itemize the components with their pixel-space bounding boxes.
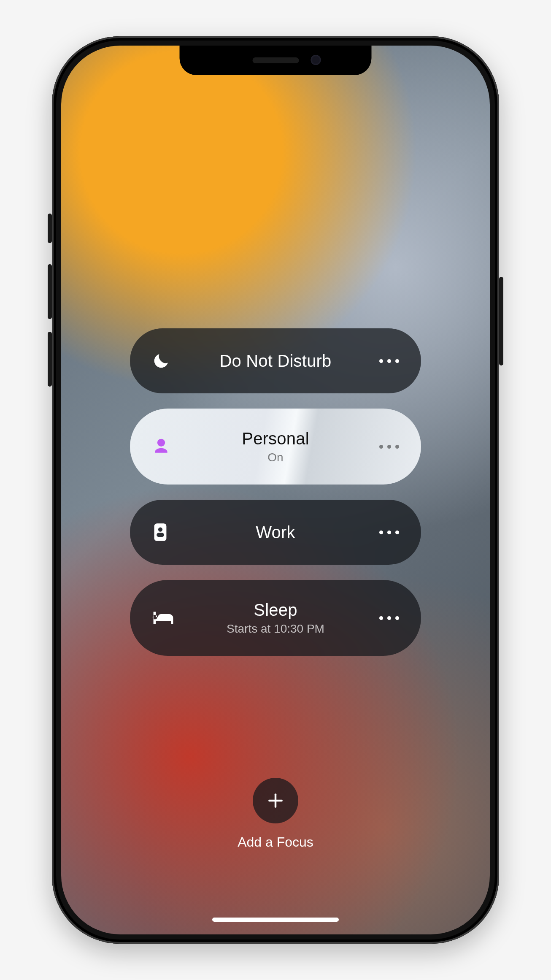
focus-label-wrap: Work — [179, 523, 372, 542]
speaker-grille — [252, 57, 299, 63]
focus-label: Sleep — [254, 601, 297, 620]
bed-icon — [152, 609, 179, 626]
focus-sublabel: Starts at 10:30 PM — [227, 622, 324, 636]
volume-up-button[interactable] — [48, 264, 52, 319]
focus-label-wrap: Personal On — [179, 429, 372, 464]
screen: Do Not Disturb Personal On — [61, 46, 490, 934]
volume-down-button[interactable] — [48, 332, 52, 387]
plus-icon — [266, 791, 285, 810]
focus-personal[interactable]: Personal On — [130, 409, 421, 485]
add-focus-label: Add a Focus — [238, 834, 313, 850]
home-indicator[interactable] — [212, 918, 339, 922]
power-button[interactable] — [499, 277, 503, 365]
more-icon[interactable] — [372, 616, 399, 620]
svg-rect-0 — [154, 523, 167, 541]
front-camera — [311, 55, 321, 65]
add-focus-section: Add a Focus — [61, 778, 490, 850]
more-icon[interactable] — [372, 445, 399, 449]
focus-sleep[interactable]: Sleep Starts at 10:30 PM — [130, 580, 421, 656]
more-icon[interactable] — [372, 359, 399, 363]
svg-rect-2 — [157, 533, 164, 537]
focus-sublabel: On — [267, 451, 283, 464]
focus-label: Personal — [242, 429, 309, 448]
focus-list: Do Not Disturb Personal On — [130, 328, 421, 656]
mute-switch[interactable] — [48, 214, 52, 243]
phone-frame: Do Not Disturb Personal On — [52, 36, 499, 944]
focus-label: Do Not Disturb — [219, 352, 331, 371]
add-focus-button[interactable] — [253, 778, 298, 823]
badge-icon — [152, 522, 179, 542]
moon-icon — [152, 352, 179, 370]
person-icon — [152, 437, 179, 456]
focus-label-wrap: Do Not Disturb — [179, 352, 372, 371]
more-icon[interactable] — [372, 531, 399, 534]
notch — [180, 46, 372, 75]
focus-work[interactable]: Work — [130, 500, 421, 565]
svg-point-1 — [158, 527, 162, 531]
focus-label: Work — [256, 523, 295, 542]
focus-label-wrap: Sleep Starts at 10:30 PM — [179, 601, 372, 636]
focus-do-not-disturb[interactable]: Do Not Disturb — [130, 328, 421, 393]
